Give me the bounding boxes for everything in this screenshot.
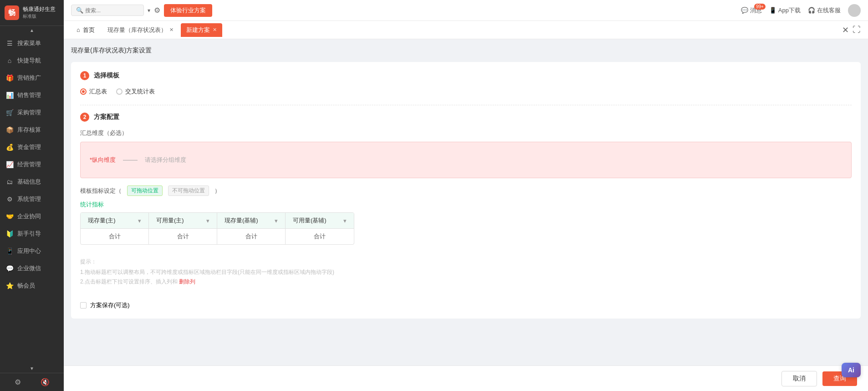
topbar-gear-icon[interactable]: ⚙ — [154, 6, 160, 15]
sidebar-item-system[interactable]: ⚙ 系统管理 — [0, 190, 64, 208]
message-btn[interactable]: 💬 消息 99+ — [741, 6, 762, 15]
ai-button[interactable]: Ai — [842, 363, 861, 377]
sidebar-item-marketing[interactable]: 🎁 营销推广 — [0, 69, 64, 87]
sidebar-item-label: 搜索菜单 — [17, 39, 41, 47]
scroll-up-arrow[interactable]: ▲ — [30, 28, 34, 33]
sidebar-item-label: 企业协同 — [17, 212, 41, 221]
section-config: 2 方案配置 汇总维度（必选） *纵向维度 —— 请选择分组维度 模板指标设定（… — [80, 113, 852, 292]
tabs-bar: ⌂ 首页 现存量（库存状况表） ✕ 新建方案 ✕ ✕ ⛶ — [64, 21, 868, 39]
radio-cross-table[interactable] — [116, 88, 123, 95]
tab-home-label: 首页 — [83, 26, 95, 34]
dimension-required-label: *纵向维度 — [90, 156, 116, 164]
option-cross-table[interactable]: 交叉统计表 — [116, 87, 155, 96]
sidebar: 畅 畅康通好生意 标准版 ▲ ☰ 搜索菜单 ⌂ 快捷导航 🎁 营销推广 📊 销售… — [0, 0, 64, 391]
sidebar-item-label: 企业微信 — [17, 264, 41, 273]
sidebar-item-member[interactable]: ⭐ 畅会员 — [0, 277, 64, 294]
sidebar-item-purchase[interactable]: 🛒 采购管理 — [0, 104, 64, 121]
close-panel-btn[interactable]: ✕ — [842, 25, 849, 35]
sidebar-item-quick-nav[interactable]: ⌂ 快捷导航 — [0, 52, 64, 69]
sidebar-item-label: 新手引导 — [17, 230, 41, 238]
search-icon: 🔍 — [76, 7, 83, 14]
sidebar-nav: ☰ 搜索菜单 ⌂ 快捷导航 🎁 营销推广 📊 销售管理 🛒 采购管理 📦 库存核… — [0, 35, 64, 364]
tab-inventory[interactable]: 现存量（库存状况表） ✕ — [102, 23, 179, 37]
cell-value-0-3: 合计 — [314, 232, 326, 241]
tip2-prefix: 2.点击标题栏下拉可设置排序、插入列和 — [80, 278, 178, 285]
cell-value-0-0: 合计 — [109, 232, 121, 241]
purchase-icon: 🛒 — [5, 108, 14, 117]
message-badge: 99+ — [754, 4, 766, 10]
sidebar-item-apps[interactable]: 📱 应用中心 — [0, 242, 64, 260]
save-option: 方案保存(可选) — [80, 301, 852, 309]
expand-panel-btn[interactable]: ⛶ — [853, 25, 861, 35]
scroll-down-arrow[interactable]: ▼ — [30, 366, 34, 371]
user-menu[interactable] — [848, 4, 861, 17]
scroll-up[interactable]: ▲ — [0, 26, 64, 35]
app-download-btn[interactable]: 📱 App下载 — [769, 6, 801, 15]
cancel-button[interactable]: 取消 — [781, 371, 817, 386]
sidebar-item-inventory[interactable]: 📦 库存核算 — [0, 121, 64, 139]
radio-summary-table[interactable] — [80, 88, 87, 95]
section2-header: 2 方案配置 — [80, 113, 852, 122]
management-icon: 📈 — [5, 160, 14, 169]
section1-num: 1 — [80, 71, 89, 80]
topbar: 🔍 ▾ ⚙ 体验行业方案 💬 消息 99+ 📱 App下载 🎧 在线客服 — [64, 0, 868, 21]
indicator-config: 模板指标设定（ 可拖动位置 不可拖动位置 ） 统计指标 现存量(主) ▾ — [80, 185, 852, 246]
topbar-dropdown[interactable]: ▾ — [148, 7, 150, 14]
message-icon: 💬 — [741, 7, 748, 14]
sidebar-item-wechat[interactable]: 💬 企业微信 — [0, 260, 64, 277]
experience-btn[interactable]: 体验行业方案 — [164, 4, 212, 17]
section2-num: 2 — [80, 113, 89, 122]
save-option-label: 方案保存(可选) — [90, 301, 130, 309]
online-service-label: 在线客服 — [817, 6, 841, 15]
col-header-0[interactable]: 现存量(主) ▾ — [81, 213, 149, 228]
sidebar-item-label: 快捷导航 — [17, 57, 41, 65]
col-header-1[interactable]: 可用量(主) ▾ — [149, 213, 217, 228]
sidebar-item-sales[interactable]: 📊 销售管理 — [0, 87, 64, 104]
sidebar-item-search[interactable]: ☰ 搜索菜单 — [0, 35, 64, 52]
scroll-down[interactable]: ▼ — [0, 364, 64, 373]
sidebar-item-corp-collab[interactable]: 🤝 企业协同 — [0, 208, 64, 225]
tab-new-schema-close[interactable]: ✕ — [213, 27, 217, 33]
col-label-2: 现存量(基辅) — [225, 216, 258, 225]
col-arrow-0[interactable]: ▾ — [138, 217, 141, 224]
sidebar-item-finance[interactable]: 💰 资金管理 — [0, 139, 64, 156]
mute-footer-btn[interactable]: 🔇 — [41, 378, 50, 386]
sales-icon: 📊 — [5, 91, 14, 99]
col-arrow-3[interactable]: ▾ — [343, 217, 347, 224]
cell-value-0-2: 合计 — [245, 232, 257, 241]
member-icon: ⭐ — [5, 282, 14, 290]
sidebar-item-base-info[interactable]: 🗂 基础信息 — [0, 173, 64, 190]
col-arrow-1[interactable]: ▾ — [206, 217, 209, 224]
dimension-placeholder: 请选择分组维度 — [145, 156, 186, 164]
quick-nav-icon: ⌂ — [5, 57, 14, 65]
template-options: 汇总表 交叉统计表 — [80, 87, 852, 96]
tab-home[interactable]: ⌂ 首页 — [71, 23, 100, 37]
col-header-3[interactable]: 可用量(基辅) ▾ — [286, 213, 354, 228]
col-arrow-2[interactable]: ▾ — [275, 217, 278, 224]
topbar-search-input[interactable] — [85, 7, 135, 14]
tab-new-schema[interactable]: 新建方案 ✕ — [181, 23, 222, 37]
dropdown-arrow-icon: ▾ — [148, 7, 150, 14]
section1-header: 1 选择模板 — [80, 71, 852, 80]
tab-inventory-label: 现存量（库存状况表） — [107, 26, 167, 34]
tab-inventory-close[interactable]: ✕ — [169, 27, 174, 33]
dimension-box[interactable]: *纵向维度 —— 请选择分组维度 — [80, 142, 852, 178]
option-summary-table[interactable]: 汇总表 — [80, 87, 107, 96]
indicator-config-suffix: ） — [214, 187, 220, 195]
indicator-row-0: 合计 合计 合计 合计 — [81, 228, 354, 244]
sidebar-item-guide[interactable]: 🔰 新手引导 — [0, 225, 64, 242]
save-checkbox[interactable] — [80, 302, 87, 309]
schema-panel: 1 选择模板 汇总表 交叉统计表 2 — [71, 62, 861, 319]
sidebar-item-management[interactable]: 📈 经营管理 — [0, 156, 64, 173]
online-service-btn[interactable]: 🎧 在线客服 — [808, 6, 841, 15]
guide-icon: 🔰 — [5, 230, 14, 238]
cell-0-2: 合计 — [217, 229, 286, 244]
topbar-search-box[interactable]: 🔍 — [71, 5, 144, 16]
app-logo: 畅 畅康通好生意 标准版 — [0, 0, 64, 26]
phone-icon: 📱 — [769, 7, 776, 14]
non-draggable-tag: 不可拖动位置 — [168, 185, 209, 196]
settings-footer-btn[interactable]: ⚙ — [15, 378, 21, 386]
indicator-config-label: 模板指标设定（ 可拖动位置 不可拖动位置 ） — [80, 185, 852, 196]
col-header-2[interactable]: 现存量(基辅) ▾ — [217, 213, 286, 228]
cell-0-0: 合计 — [81, 229, 149, 244]
